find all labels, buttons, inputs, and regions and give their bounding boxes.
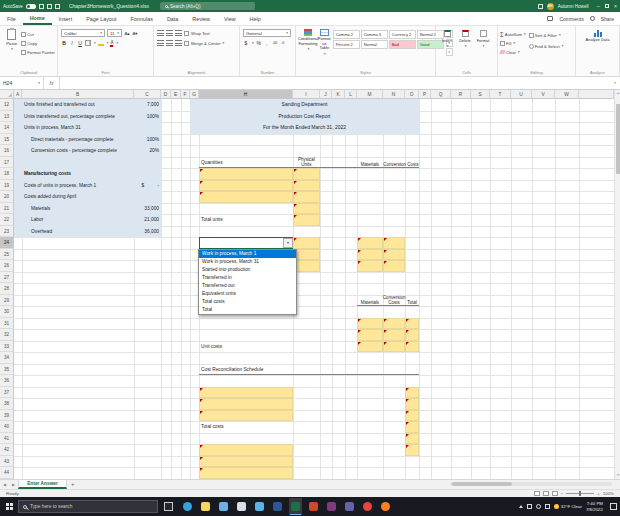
total-costs-label[interactable]: Total costs: [199, 421, 293, 433]
insert-function-button[interactable]: fx: [44, 77, 60, 89]
header-total[interactable]: Total: [405, 283, 419, 306]
tray-chevron-icon[interactable]: [519, 505, 523, 508]
answer-cell-O42[interactable]: [405, 444, 419, 456]
weather-status[interactable]: 32°F Clear: [554, 504, 582, 509]
dropdown-option[interactable]: Transferred out: [199, 282, 296, 290]
cut-button[interactable]: Cut: [21, 31, 55, 38]
percent-style-icon[interactable]: %: [256, 39, 262, 47]
ribbon-display-options-icon[interactable]: [538, 4, 543, 9]
increase-font-size-icon[interactable]: A▴: [124, 29, 130, 37]
left-table-label-row22[interactable]: Labor: [22, 214, 134, 226]
ribbon-tab-view[interactable]: View: [217, 12, 243, 25]
left-table-value-row13[interactable]: 100%: [134, 111, 161, 123]
row-header-18[interactable]: 18: [0, 168, 14, 180]
avatar[interactable]: AH: [547, 3, 554, 10]
left-table-value-row15[interactable]: 100%: [134, 134, 161, 146]
taskbar-search[interactable]: Type here to search: [18, 500, 158, 513]
row-header-28[interactable]: 28: [0, 283, 14, 295]
page-break-view-icon[interactable]: [552, 491, 558, 496]
answer-cell-M33[interactable]: [357, 341, 383, 353]
column-header-B[interactable]: B: [22, 90, 134, 99]
answer-cell-H37[interactable]: [199, 387, 293, 399]
column-header-S[interactable]: S: [471, 90, 490, 99]
wrap-text-icon[interactable]: [184, 31, 189, 36]
minimize-button[interactable]: ─: [597, 3, 601, 9]
font-size-select[interactable]: 11▾: [107, 29, 122, 37]
left-table-value-row21[interactable]: 33,000: [134, 203, 161, 215]
column-header-D[interactable]: D: [161, 90, 171, 99]
header-conversion-2[interactable]: Conversion Costs: [383, 283, 405, 306]
left-table-value-row18[interactable]: [134, 168, 161, 180]
column-header-R[interactable]: R: [451, 90, 471, 99]
conditional-formatting-button[interactable]: Conditional Formatting▾: [298, 28, 318, 67]
ribbon-tab-page-layout[interactable]: Page Layout: [79, 12, 123, 25]
row-header-41[interactable]: 41: [0, 433, 14, 445]
left-table-label-row19[interactable]: Costs of units in process, March 1: [22, 180, 134, 192]
answer-cell-M26[interactable]: [357, 260, 383, 272]
row-header-15[interactable]: 15: [0, 134, 14, 146]
answer-cell-I21[interactable]: [293, 203, 320, 215]
row-header-32[interactable]: 32: [0, 329, 14, 341]
row-header-17[interactable]: 17: [0, 157, 14, 169]
redo-icon[interactable]: [55, 4, 60, 9]
sort-filter-button[interactable]: Sort & Filter▾: [529, 31, 564, 39]
report-period[interactable]: For the Month Ended March 31, 2022: [190, 122, 419, 134]
italic-icon[interactable]: I: [69, 39, 75, 47]
answer-cell-I20[interactable]: [293, 191, 320, 203]
answer-cell-O39[interactable]: [405, 410, 419, 422]
taskbar-app-mail[interactable]: [235, 498, 248, 515]
column-header-C[interactable]: C: [134, 90, 161, 99]
row-header-21[interactable]: 21: [0, 203, 14, 215]
dropdown-option[interactable]: Total: [199, 306, 296, 314]
cell-style-chip[interactable]: Currency 2: [389, 30, 416, 39]
format-cells-button[interactable]: Format▾: [474, 28, 492, 67]
answer-cell-O41[interactable]: [405, 433, 419, 445]
row-header-13[interactable]: 13: [0, 111, 14, 123]
network-icon[interactable]: [545, 504, 550, 509]
onedrive-icon[interactable]: [527, 504, 532, 509]
answer-cell-H39[interactable]: [199, 410, 293, 422]
total-units-label[interactable]: Total units: [199, 214, 293, 226]
taskbar-app-store[interactable]: [217, 498, 230, 515]
ribbon-tab-home[interactable]: Home: [23, 12, 52, 25]
align-bottom-icon[interactable]: [175, 30, 182, 36]
row-header-40[interactable]: 40: [0, 421, 14, 433]
column-header-conversion-costs[interactable]: Conversion Costs: [383, 145, 419, 168]
row-header-22[interactable]: 22: [0, 214, 14, 226]
ribbon-tab-data[interactable]: Data: [160, 12, 185, 25]
new-sheet-icon[interactable]: +: [67, 480, 79, 490]
taskbar-app-photos[interactable]: [253, 498, 266, 515]
save-icon[interactable]: [39, 4, 44, 9]
clear-button[interactable]: Clear▾: [500, 48, 526, 56]
autosave-toggle[interactable]: [26, 4, 36, 9]
row-header-42[interactable]: 42: [0, 444, 14, 456]
answer-cell-H42[interactable]: [199, 444, 293, 456]
answer-cell-N31[interactable]: [383, 318, 405, 330]
row-header-16[interactable]: 16: [0, 145, 14, 157]
zoom-in-icon[interactable]: +: [597, 491, 600, 496]
taskbar-app-chrome[interactable]: [361, 498, 374, 515]
column-header-J[interactable]: J: [320, 90, 332, 99]
report-subtitle[interactable]: Production Cost Report: [190, 111, 419, 123]
left-table-label-row16[interactable]: Conversion costs - percentage complete: [22, 145, 134, 157]
column-header-T[interactable]: T: [490, 90, 511, 99]
column-header-G[interactable]: G: [190, 90, 199, 99]
answer-cell-O37[interactable]: [405, 387, 419, 399]
align-center-icon[interactable]: [166, 40, 173, 46]
answer-cell-H18[interactable]: [199, 168, 293, 180]
align-right-icon[interactable]: [175, 40, 182, 46]
column-header-O[interactable]: O: [405, 90, 419, 99]
increase-decimal-icon[interactable]: .00: [272, 39, 278, 47]
underline-icon[interactable]: U: [77, 39, 83, 47]
taskbar-app-firefox[interactable]: [379, 498, 392, 515]
taskbar-app-word[interactable]: [271, 498, 284, 515]
delete-cells-button[interactable]: Delete▾: [456, 28, 474, 67]
row-header-38[interactable]: 38: [0, 398, 14, 410]
format-painter-button[interactable]: Format Painter: [21, 49, 55, 56]
report-title[interactable]: Sanding Department: [190, 99, 419, 111]
fill-color-icon[interactable]: [98, 40, 104, 46]
row-header-20[interactable]: 20: [0, 191, 14, 203]
left-table-value-row19[interactable]: $ -: [134, 180, 161, 192]
header-materials-2[interactable]: Materials: [357, 283, 383, 306]
dropdown-option[interactable]: Transferred in: [199, 274, 296, 282]
